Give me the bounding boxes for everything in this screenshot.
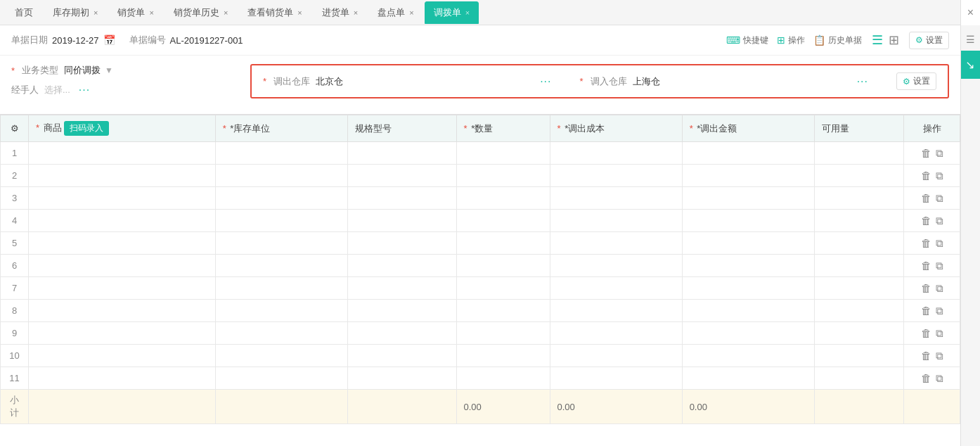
row-8-amount[interactable] (682, 300, 814, 322)
row-6-product[interactable] (29, 255, 216, 277)
row-8-cost[interactable] (550, 300, 682, 322)
row-10-cost[interactable] (550, 345, 682, 367)
copy-icon-5[interactable]: ⧉ (936, 237, 943, 250)
tab-view-sales[interactable]: 查看销货单 × (238, 1, 311, 24)
tab-stocktake[interactable]: 盘点单 × (368, 1, 423, 24)
row-4-cost[interactable] (550, 210, 682, 232)
row-10-spec[interactable] (347, 345, 456, 367)
row-8-unit[interactable] (215, 300, 347, 322)
row-8-spec[interactable] (347, 300, 456, 322)
copy-icon-6[interactable]: ⧉ (936, 260, 943, 272)
tab-inventory-init-close[interactable]: × (94, 8, 98, 17)
history-button[interactable]: 📋 历史单据 (813, 34, 862, 46)
row-2-cost[interactable] (550, 165, 682, 187)
shortcut-button[interactable]: ⌨ 快捷键 (726, 34, 768, 46)
row-2-qty[interactable] (456, 165, 550, 187)
row-3-spec[interactable] (347, 187, 456, 210)
delete-icon-10[interactable]: 🗑 (921, 350, 931, 362)
row-11-product[interactable] (29, 367, 216, 390)
row-1-unit[interactable] (215, 142, 347, 165)
business-type-select[interactable]: 同价调拨 ▼ (64, 64, 176, 77)
tab-sales-order-close[interactable]: × (149, 8, 153, 17)
row-8-qty[interactable] (456, 300, 550, 322)
tab-sales-history-close[interactable]: × (224, 8, 228, 17)
row-4-qty[interactable] (456, 210, 550, 232)
row-3-qty[interactable] (456, 187, 550, 210)
copy-icon-10[interactable]: ⧉ (936, 350, 943, 362)
delete-icon-1[interactable]: 🗑 (921, 147, 931, 159)
row-9-unit[interactable] (215, 322, 347, 345)
row-7-spec[interactable] (347, 277, 456, 300)
delete-icon-4[interactable]: 🗑 (921, 215, 931, 227)
delete-icon-3[interactable]: 🗑 (921, 192, 931, 204)
row-11-cost[interactable] (550, 367, 682, 390)
tab-sales-order[interactable]: 销货单 × (108, 1, 162, 24)
row-4-spec[interactable] (347, 210, 456, 232)
row-7-unit[interactable] (215, 277, 347, 300)
row-5-unit[interactable] (215, 232, 347, 255)
row-6-amount[interactable] (682, 255, 814, 277)
row-2-unit[interactable] (215, 165, 347, 187)
row-4-product[interactable] (29, 210, 216, 232)
row-9-qty[interactable] (456, 322, 550, 345)
row-6-cost[interactable] (550, 255, 682, 277)
row-5-cost[interactable] (550, 232, 682, 255)
row-9-product[interactable] (29, 322, 216, 345)
row-10-unit[interactable] (215, 345, 347, 367)
delete-icon-5[interactable]: 🗑 (921, 237, 931, 249)
delete-icon-6[interactable]: 🗑 (921, 260, 931, 272)
section-settings-button[interactable]: ⚙ 设置 (896, 72, 936, 90)
window-close-button[interactable]: × (960, 0, 980, 25)
row-1-product[interactable] (29, 142, 216, 165)
row-11-amount[interactable] (682, 367, 814, 390)
row-2-amount[interactable] (682, 165, 814, 187)
business-type-dropdown-icon[interactable]: ▼ (105, 65, 113, 75)
delete-icon-9[interactable]: 🗑 (921, 327, 931, 339)
delete-icon-11[interactable]: 🗑 (921, 372, 931, 384)
th-gear[interactable]: ⚙ (1, 115, 29, 142)
tab-home[interactable]: 首页 (6, 1, 42, 24)
row-1-amount[interactable] (682, 142, 814, 165)
copy-icon-2[interactable]: ⧉ (936, 170, 943, 182)
row-5-spec[interactable] (347, 232, 456, 255)
row-6-unit[interactable] (215, 255, 347, 277)
row-7-product[interactable] (29, 277, 216, 300)
row-11-spec[interactable] (347, 367, 456, 390)
row-2-spec[interactable] (347, 165, 456, 187)
copy-icon-9[interactable]: ⧉ (936, 327, 943, 340)
row-3-amount[interactable] (682, 187, 814, 210)
tab-sales-history[interactable]: 销货单历史 × (165, 1, 237, 24)
row-1-spec[interactable] (347, 142, 456, 165)
row-6-qty[interactable] (456, 255, 550, 277)
row-7-qty[interactable] (456, 277, 550, 300)
row-3-unit[interactable] (215, 187, 347, 210)
row-6-spec[interactable] (347, 255, 456, 277)
row-1-qty[interactable] (456, 142, 550, 165)
row-3-product[interactable] (29, 187, 216, 210)
row-3-cost[interactable] (550, 187, 682, 210)
row-5-product[interactable] (29, 232, 216, 255)
date-value[interactable]: 2019-12-27 (52, 35, 99, 46)
copy-icon-11[interactable]: ⧉ (936, 372, 943, 385)
list-view-icon[interactable]: ☰ (870, 31, 884, 49)
tab-view-sales-close[interactable]: × (297, 8, 302, 17)
handler-more-icon[interactable]: ··· (79, 84, 90, 96)
delete-icon-8[interactable]: 🗑 (921, 305, 931, 317)
row-5-qty[interactable] (456, 232, 550, 255)
calendar-icon[interactable]: 📅 (103, 34, 115, 46)
tab-purchase-close[interactable]: × (354, 8, 358, 17)
copy-icon-8[interactable]: ⧉ (936, 305, 943, 317)
grid-view-icon[interactable]: ⊞ (887, 31, 901, 49)
row-11-unit[interactable] (215, 367, 347, 390)
operation-button[interactable]: ⊞ 操作 (777, 34, 805, 46)
delete-icon-7[interactable]: 🗑 (921, 282, 931, 294)
row-4-amount[interactable] (682, 210, 814, 232)
row-9-cost[interactable] (550, 322, 682, 345)
row-7-cost[interactable] (550, 277, 682, 300)
tab-stocktake-close[interactable]: × (409, 8, 413, 17)
row-4-unit[interactable] (215, 210, 347, 232)
copy-icon-1[interactable]: ⧉ (936, 147, 943, 160)
settings-button[interactable]: ⚙ 设置 (909, 32, 949, 49)
row-8-product[interactable] (29, 300, 216, 322)
sidebar-expand-btn[interactable]: ↗ (961, 51, 981, 79)
